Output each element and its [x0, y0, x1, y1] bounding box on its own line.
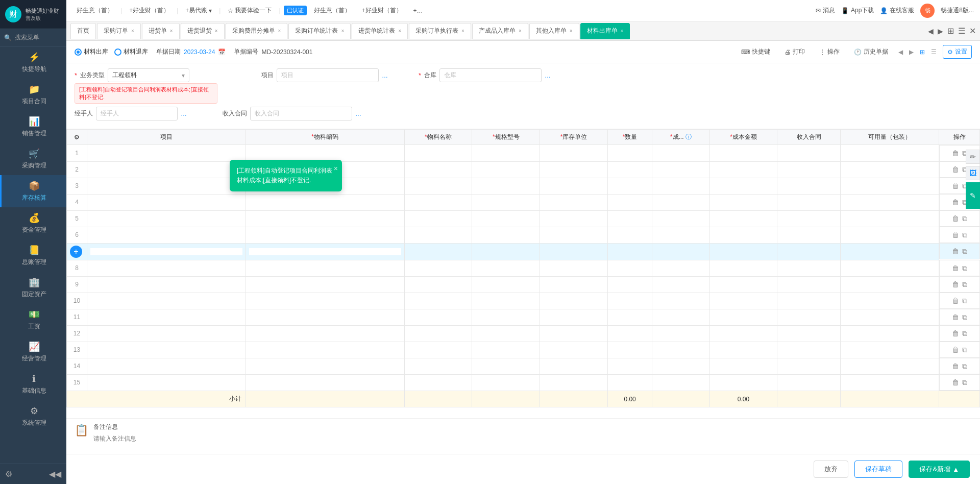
cell-contract-6[interactable] — [777, 227, 841, 243]
business-type-input[interactable]: 工程领料 ▾ — [108, 68, 189, 82]
cell-unit-6[interactable] — [540, 227, 608, 243]
copy-row-10-icon[interactable]: ⧉ — [962, 297, 967, 305]
cell-available-4[interactable] — [841, 194, 939, 210]
cell-contract-11[interactable] — [777, 309, 841, 325]
cell-cost-amount-14[interactable] — [709, 358, 777, 374]
cell-contract-3[interactable] — [777, 178, 841, 194]
cell-available-7[interactable] — [841, 243, 939, 260]
tab-finished-goods[interactable]: 产成品入库单 × — [472, 23, 528, 39]
cell-code-6[interactable] — [246, 227, 404, 243]
tab-goods-return[interactable]: 进货退货 × — [181, 23, 225, 39]
cell-available-12[interactable] — [841, 325, 939, 342]
tab-purchase-expense[interactable]: 采购费用分摊单 × — [226, 23, 288, 39]
toolbar-print[interactable]: 🖨 打印 — [780, 45, 809, 58]
tab-list-icon[interactable]: ☰ — [958, 26, 965, 36]
cell-contract-13[interactable] — [777, 342, 841, 358]
delete-row-14-icon[interactable]: 🗑 — [952, 362, 959, 370]
sidebar-item-assets[interactable]: 🏢 固定资产 — [0, 272, 66, 304]
sidebar-item-inventory[interactable]: 📦 库存核算 — [0, 175, 66, 207]
cell-project-5[interactable] — [87, 210, 246, 227]
radio-material-out[interactable]: 材料出库 — [75, 47, 108, 56]
cell-contract-10[interactable] — [777, 293, 841, 309]
tab-close-other-receipt[interactable]: × — [570, 28, 573, 34]
delete-row-4-icon[interactable]: 🗑 — [952, 198, 959, 206]
copy-row-12-icon[interactable]: ⧉ — [962, 329, 967, 338]
cell-project-14[interactable] — [87, 358, 246, 374]
cell-qty-13[interactable] — [608, 342, 652, 358]
topbar-nav-proxy[interactable]: +易代账 ▾ — [181, 4, 216, 17]
sidebar-item-sysadmin[interactable]: ⚙ 系统管理 — [0, 400, 66, 432]
cell-project-8[interactable] — [87, 260, 246, 276]
tab-close-purchase-exec[interactable]: × — [461, 28, 464, 34]
cell-contract-9[interactable] — [777, 276, 841, 293]
col-header-gear[interactable]: ⚙ — [67, 130, 87, 145]
tab-close-all-icon[interactable]: ✕ — [969, 26, 976, 36]
sidebar-item-project[interactable]: 📁 项目合同 — [0, 79, 66, 111]
cell-available-14[interactable] — [841, 358, 939, 374]
cell-qty-11[interactable] — [608, 309, 652, 325]
cell-qty-4[interactable] — [608, 194, 652, 210]
cell-cost-3[interactable] — [652, 178, 710, 194]
tab-close-purchase-order[interactable]: × — [131, 28, 134, 34]
topbar-nav-more[interactable]: +… — [409, 5, 427, 16]
cell-cost-amount-15[interactable] — [709, 374, 777, 391]
cell-contract-8[interactable] — [777, 260, 841, 276]
tab-close-purchase-stats[interactable]: × — [341, 28, 344, 34]
cell-project-3[interactable] — [87, 178, 246, 194]
cell-contract-15[interactable] — [777, 374, 841, 391]
cell-qty-2[interactable] — [608, 161, 652, 178]
cell-cost-amount-5[interactable] — [709, 210, 777, 227]
cell-unit-10[interactable] — [540, 293, 608, 309]
delete-row-3-icon[interactable]: 🗑 — [952, 182, 959, 190]
cell-unit-15[interactable] — [540, 374, 608, 391]
copy-row-7-icon[interactable]: ⧉ — [962, 247, 967, 256]
cell-contract-1[interactable] — [777, 145, 841, 162]
cell-cost-6[interactable] — [652, 227, 710, 243]
cell-project-15[interactable] — [87, 374, 246, 391]
cell-cost-14[interactable] — [652, 358, 710, 374]
delete-row-9-icon[interactable]: 🗑 — [952, 280, 959, 288]
cell-available-2[interactable] — [841, 161, 939, 178]
delete-row-6-icon[interactable]: 🗑 — [952, 231, 959, 239]
calendar-icon[interactable]: 📅 — [218, 49, 226, 56]
cell-unit-12[interactable] — [540, 325, 608, 342]
tab-close-material-out[interactable]: × — [621, 28, 624, 34]
cell-qty-3[interactable] — [608, 178, 652, 194]
cell-contract-4[interactable] — [777, 194, 841, 210]
cell-name-4[interactable] — [404, 194, 472, 210]
delete-row-11-icon[interactable]: 🗑 — [952, 313, 959, 321]
cell-code-13[interactable] — [246, 342, 404, 358]
toolbar-ops[interactable]: ⋮ 操作 — [815, 45, 844, 58]
cell-unit-4[interactable] — [540, 194, 608, 210]
tab-grid-icon[interactable]: ⊞ — [947, 26, 954, 36]
tab-home[interactable]: 首页 — [70, 23, 96, 39]
handler-ellipsis[interactable]: … — [181, 110, 187, 117]
cell-unit-9[interactable] — [540, 276, 608, 293]
cell-name-10[interactable] — [404, 293, 472, 309]
cell-cost-amount-11[interactable] — [709, 309, 777, 325]
cell-spec-7[interactable] — [472, 243, 540, 260]
cell-unit-5[interactable] — [540, 210, 608, 227]
cell-available-11[interactable] — [841, 309, 939, 325]
sidebar-item-quicknav[interactable]: ⚡ 快捷导航 — [0, 46, 66, 79]
cell-code-8[interactable] — [246, 260, 404, 276]
cell-code-14[interactable] — [246, 358, 404, 374]
history-prev-icon[interactable]: ◀ — [898, 49, 903, 56]
cell-unit-3[interactable] — [540, 178, 608, 194]
handler-input[interactable]: 经手人 — [96, 107, 178, 120]
tab-other-receipt[interactable]: 其他入库单 × — [529, 23, 579, 39]
cell-spec-10[interactable] — [472, 293, 540, 309]
cell-project-4[interactable] — [87, 194, 246, 210]
cell-project-11[interactable] — [87, 309, 246, 325]
cell-spec-15[interactable] — [472, 374, 540, 391]
cell-code-4[interactable] — [246, 194, 404, 210]
copy-row-5-icon[interactable]: ⧉ — [962, 214, 967, 223]
save-new-button[interactable]: 保存&新增 ▲ — [909, 461, 970, 478]
income-contract-input[interactable]: 收入合同 — [250, 107, 352, 120]
cell-contract-7[interactable] — [777, 243, 841, 260]
cell-contract-14[interactable] — [777, 358, 841, 374]
collapse-icon[interactable]: ◀◀ — [49, 469, 61, 479]
cell-spec-5[interactable] — [472, 210, 540, 227]
cell-qty-12[interactable] — [608, 325, 652, 342]
cell-unit-8[interactable] — [540, 260, 608, 276]
